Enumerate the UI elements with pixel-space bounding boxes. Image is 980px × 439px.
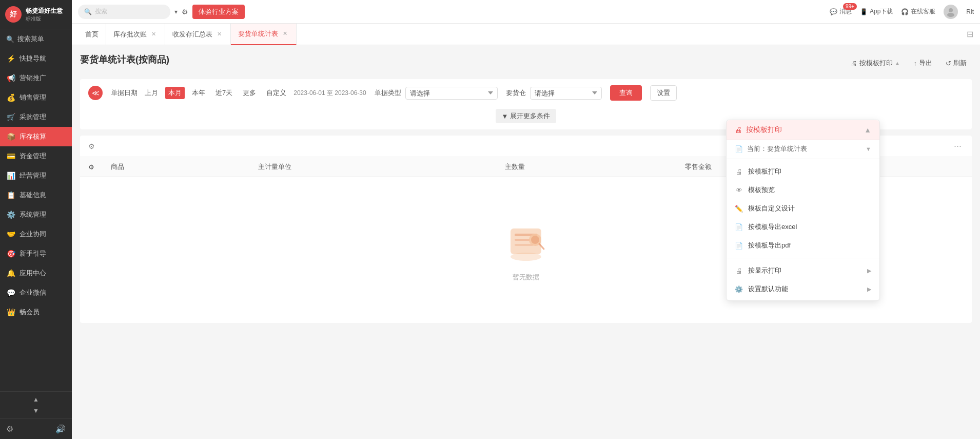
user-avatar[interactable] (944, 5, 958, 19)
dropdown-item-export-pdf[interactable]: 📄 按模板导出pdf (727, 236, 879, 255)
finance-icon: 💳 (6, 151, 15, 161)
tab-expand-btn[interactable]: ⊟ (959, 24, 980, 45)
print-icon: 🖨 (851, 60, 857, 67)
tab-home[interactable]: 首页 (78, 24, 106, 45)
goods-filter-select[interactable]: 请选择 (530, 87, 602, 100)
footer-audio-icon[interactable]: 🔊 (55, 424, 66, 434)
svg-point-1 (947, 13, 954, 17)
set-default-icon: ⚙️ (735, 285, 743, 293)
sidebar-footer: ⚙ 🔊 (0, 418, 72, 439)
sidebar-item-newbie[interactable]: 🎯 新手引导 (0, 244, 72, 263)
date-filter: 单据日期 上月 本月 本年 近7天 更多 自定义 2023-06-01 至 20… (111, 87, 366, 99)
tab-close-order[interactable]: ✕ (281, 30, 289, 37)
coop-icon: 🤝 (6, 230, 15, 239)
col-settings: ⚙ (80, 157, 103, 177)
date-custom-btn[interactable]: 自定义 (263, 87, 289, 99)
settings-btn[interactable]: 设置 (650, 85, 677, 101)
date-more-btn[interactable]: 更多 (240, 87, 259, 99)
date-current-month-btn[interactable]: 本月 (165, 87, 185, 99)
col-qty: 主数量 (497, 157, 677, 177)
search-dropdown-btn[interactable]: ▾ (174, 8, 178, 15)
dropdown-item-template-design[interactable]: ✏️ 模板自定义设计 (727, 199, 879, 218)
sidebar-scroll-down[interactable]: ▼ (31, 405, 41, 416)
template-print-icon: 🖨 (735, 167, 743, 176)
sidebar-item-system[interactable]: ⚙️ 系统管理 (0, 205, 72, 224)
dropdown-item-template-preview[interactable]: 👁 模板预览 (727, 181, 879, 199)
current-template-arrow: ▼ (866, 146, 871, 152)
export-icon: ↑ (914, 60, 917, 67)
main-area: 🔍 搜索 ▾ ⚙ 体验行业方案 💬 消息 99+ 📱 App下载 🎧 在线客服 (72, 0, 980, 439)
footer-settings-icon[interactable]: ⚙ (6, 424, 13, 434)
topbar-left: 🔍 搜索 ▾ ⚙ 体验行业方案 (78, 5, 825, 19)
type-filter: 单据类型 请选择 (375, 87, 498, 100)
sidebar-item-marketing[interactable]: 📢 营销推广 (0, 68, 72, 88)
goods-filter: 要货仓 请选择 (506, 87, 602, 100)
sidebar-item-coop[interactable]: 🤝 企业协同 (0, 224, 72, 244)
template-actions-section: 🖨 按模板打印 👁 模板预览 ✏️ 模板自定义设计 📄 按模板导出excel 📄 (727, 160, 879, 257)
print-dropdown-icon: 🖨 (735, 126, 742, 134)
filter-collapse-btn[interactable]: ≪ (88, 86, 103, 100)
app-download-btn[interactable]: 📱 App下载 (860, 7, 893, 16)
sidebar-scroll-up[interactable]: ▲ (31, 394, 41, 405)
expand-more-btn[interactable]: ▼ 展开更多条件 (496, 109, 557, 123)
sidebar-item-wechat[interactable]: 💬 企业微信 (0, 283, 72, 302)
search-menu[interactable]: 🔍 搜索菜单 (0, 29, 72, 49)
print-dropdown-close-btn[interactable]: ▲ (864, 126, 871, 134)
date-prev-month-btn[interactable]: 上月 (142, 87, 161, 99)
dropdown-item-template-print[interactable]: 🖨 按模板打印 (727, 162, 879, 181)
dropdown-item-export-excel[interactable]: 📄 按模板导出excel (727, 218, 879, 236)
date-year-btn[interactable]: 本年 (189, 87, 208, 99)
current-template-label: 📄 当前：要货单统计表 ▼ (727, 140, 879, 158)
sidebar-item-purchase[interactable]: 🛒 采购管理 (0, 107, 72, 127)
message-btn[interactable]: 💬 消息 99+ (830, 7, 852, 16)
search-icon: 🔍 (84, 8, 92, 15)
topbar: 🔍 搜索 ▾ ⚙ 体验行业方案 💬 消息 99+ 📱 App下载 🎧 在线客服 (72, 0, 980, 24)
dropdown-item-set-default[interactable]: ⚙️ 设置默认功能 ▶ (727, 280, 879, 298)
industry-btn[interactable]: 体验行业方案 (192, 5, 245, 19)
tab-batch-account[interactable]: 库存批次账 ✕ (106, 24, 165, 45)
sidebar-item-quick-nav[interactable]: ⚡ 快捷导航 (0, 49, 72, 68)
tab-close-receivable[interactable]: ✕ (215, 30, 223, 38)
sidebar-item-basic[interactable]: 📋 基础信息 (0, 185, 72, 205)
sidebar-item-operation[interactable]: 📊 经营管理 (0, 166, 72, 185)
table-more-btn[interactable]: ··· (952, 141, 964, 151)
svg-point-0 (949, 8, 953, 12)
svg-rect-6 (515, 244, 533, 246)
print-dropdown-toggle[interactable]: ▲ (895, 60, 900, 66)
expand-more-label: 展开更多条件 (510, 111, 550, 121)
type-filter-label: 单据类型 (375, 88, 401, 98)
sidebar-item-finance[interactable]: 💳 资金管理 (0, 146, 72, 166)
tabbar: 首页 库存批次账 ✕ 收发存汇总表 ✕ 要货单统计表 ✕ ⊟ (72, 24, 980, 45)
logo-text: 畅捷通好生意 标准版 (26, 7, 63, 23)
type-filter-select[interactable]: 请选择 (405, 87, 498, 100)
tab-order-stats[interactable]: 要货单统计表 ✕ (231, 24, 297, 45)
app-download-label: App下载 (870, 7, 893, 16)
export-btn[interactable]: ↑ 导出 (909, 56, 938, 70)
date-range-display: 2023-06-01 至 2023-06-30 (293, 89, 366, 98)
tab-receivable[interactable]: 收发存汇总表 ✕ (165, 24, 231, 45)
refresh-btn[interactable]: ↺ 刷新 (940, 56, 972, 70)
empty-text: 暂无数据 (513, 273, 539, 282)
dropdown-item-display-print[interactable]: 🖨 按显示打印 ▶ (727, 261, 879, 280)
current-icon: 📄 (735, 145, 743, 153)
tab-close-batch[interactable]: ✕ (150, 30, 158, 38)
table-settings-btn[interactable]: ⚙ (88, 142, 95, 150)
topbar-settings-btn[interactable]: ⚙ (182, 8, 188, 16)
print-dropdown-title: 🖨 按模板打印 (735, 125, 782, 135)
print-label: 按模板打印 (859, 59, 893, 68)
query-btn[interactable]: 查询 (610, 85, 642, 101)
date-7days-btn[interactable]: 近7天 (212, 87, 236, 99)
search-menu-label: 搜索菜单 (17, 34, 44, 44)
content-actions: 🖨 按模板打印 ▲ ↑ 导出 ↺ 刷新 (846, 56, 972, 70)
filter-row: ≪ 单据日期 上月 本月 本年 近7天 更多 自定义 2023-06-01 至 … (88, 85, 964, 101)
sidebar-item-appstore[interactable]: 🔔 应用中心 (0, 263, 72, 283)
sidebar-item-inventory[interactable]: 📦 库存核算 (0, 127, 72, 146)
search-box[interactable]: 🔍 搜索 (78, 5, 170, 19)
online-service-btn[interactable]: 🎧 在线客服 (901, 7, 935, 16)
sales-icon: 💰 (6, 93, 15, 102)
sidebar-item-member[interactable]: 👑 畅会员 (0, 302, 72, 322)
search-icon: 🔍 (6, 35, 14, 43)
sidebar: 好 畅捷通好生意 标准版 🔍 搜索菜单 ⚡ 快捷导航 📢 营销推广 💰 销售管理… (0, 0, 72, 439)
print-template-btn[interactable]: 🖨 按模板打印 ▲ (846, 56, 906, 70)
sidebar-item-sales[interactable]: 💰 销售管理 (0, 88, 72, 107)
